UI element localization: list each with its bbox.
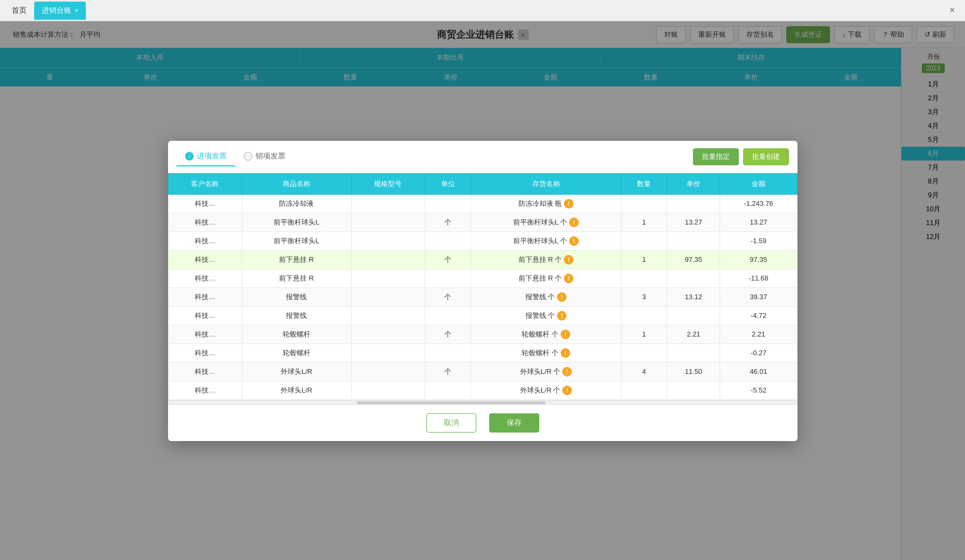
stock-name-text: 前下悬挂 R 个 [519, 255, 562, 263]
warning-icon: ! [562, 367, 572, 377]
table-row[interactable]: 科技…外球头L/R个外球头L/R 个!411.5046.01 [168, 362, 797, 381]
table-header-row: 客户名称 商品名称 规格型号 单位 存货名称 数量 单价 金额 [168, 173, 797, 194]
cancel-button[interactable]: 取消 [426, 413, 476, 433]
table-row[interactable]: 科技…轮毂螺杆轮毂螺杆 个!-0.27 [168, 343, 797, 362]
stock-name-text: 外球头L/R 个 [520, 386, 561, 394]
table-row[interactable]: 科技…前平衡杆球头L个前平衡杆球头L 个!113.2713.27 [168, 213, 797, 231]
tab-bar: 首页 进销台账 × × [0, 0, 965, 21]
col-spec: 规格型号 [351, 173, 425, 194]
horizontal-scrollbar[interactable] [168, 400, 797, 404]
table-row[interactable]: 科技…前下悬挂 R个前下悬挂 R 个!197.3597.35 [168, 250, 797, 269]
col-product-name: 商品名称 [242, 173, 351, 194]
table-row[interactable]: 科技…防冻冷却液防冻冷却液 瓶!-1,243.76 [168, 194, 797, 213]
scrollbar-thumb [357, 401, 546, 404]
warning-icon: ! [562, 386, 572, 395]
modal-table-body: 科技…防冻冷却液防冻冷却液 瓶!-1,243.76科技…前平衡杆球头L个前平衡杆… [168, 194, 797, 399]
stock-name-text: 前下悬挂 R 个 [519, 274, 562, 282]
warning-icon: ! [557, 292, 567, 302]
warning-icon: ! [569, 218, 579, 227]
tab-ledger-label: 进销台账 [42, 6, 71, 15]
table-row[interactable]: 科技…报警线个报警线 个!313.1239.37 [168, 287, 797, 306]
table-row[interactable]: 科技…前平衡杆球头L前平衡杆球头L 个!-1.59 [168, 231, 797, 250]
batch-create-button[interactable]: 批量创建 [743, 148, 789, 165]
stock-name-text: 外球头L/R 个 [520, 367, 561, 375]
tab-close-button[interactable]: × [75, 7, 78, 14]
warning-icon: ! [561, 348, 570, 358]
stock-name-text: 前平衡杆球头L 个 [513, 218, 567, 226]
stock-name-text: 报警线 个 [525, 311, 555, 319]
modal-table-wrap[interactable]: 客户名称 商品名称 规格型号 单位 存货名称 数量 单价 金额 科技…防冻冷却液… [168, 173, 797, 400]
warning-icon: ! [564, 274, 573, 283]
warning-icon: ! [564, 255, 573, 265]
warning-icon: ! [569, 236, 579, 246]
stock-name-text: 防冻冷却液 瓶 [519, 199, 562, 207]
col-unit: 单位 [425, 173, 471, 194]
output-invoice-icon: □ [244, 152, 252, 161]
table-row[interactable]: 科技…外球头L/R外球头L/R 个!-5.52 [168, 381, 797, 399]
modal-header: ↓ 进项发票 □ 销项发票 批量指定 批量创建 × [168, 141, 797, 173]
table-row[interactable]: 科技…轮毂螺杆个轮毂螺杆 个!12.212.21 [168, 325, 797, 343]
warning-icon: ! [557, 311, 567, 321]
batch-assign-button[interactable]: 批量指定 [693, 148, 739, 165]
col-qty: 数量 [621, 173, 667, 194]
save-button[interactable]: 保存 [489, 413, 539, 433]
tab-input-invoice[interactable]: ↓ 进项发票 [177, 147, 235, 166]
modal-close-button[interactable]: × [784, 147, 790, 158]
table-row[interactable]: 科技…前下悬挂 R前下悬挂 R 个!-11.68 [168, 269, 797, 287]
modal-dialog: ↓ 进项发票 □ 销项发票 批量指定 批量创建 × 客户 [168, 141, 797, 441]
app-close-button[interactable]: × [944, 2, 961, 19]
stock-name-text: 轮毂螺杆 个 [522, 349, 559, 357]
main-area: 销售成本计算方法： 月平均 商贸企业进销台账 ≡ 对账 重新开账 存货别名 生成… [0, 21, 965, 560]
input-invoice-label: 进项发票 [197, 151, 227, 161]
stock-name-text: 前平衡杆球头L 个 [513, 237, 567, 245]
output-invoice-label: 销项发票 [256, 151, 285, 161]
stock-name-text: 轮毂螺杆 个 [522, 330, 559, 338]
modal-table: 客户名称 商品名称 规格型号 单位 存货名称 数量 单价 金额 科技…防冻冷却液… [168, 173, 797, 400]
tab-output-invoice[interactable]: □ 销项发票 [235, 147, 294, 166]
table-row[interactable]: 科技…报警线报警线 个!-4.72 [168, 306, 797, 325]
tab-ledger[interactable]: 进销台账 × [34, 2, 86, 20]
modal-header-actions: 批量指定 批量创建 [693, 148, 789, 165]
modal-footer: 取消 保存 [168, 404, 797, 441]
stock-name-text: 报警线 个 [525, 293, 555, 301]
modal-overlay: ↓ 进项发票 □ 销项发票 批量指定 批量创建 × 客户 [0, 21, 965, 560]
col-customer: 客户名称 [168, 173, 242, 194]
col-price: 单价 [667, 173, 720, 194]
col-amount: 金额 [720, 173, 797, 194]
warning-icon: ! [564, 199, 573, 209]
warning-icon: ! [561, 330, 570, 339]
tab-home[interactable]: 首页 [4, 2, 34, 20]
input-invoice-icon: ↓ [185, 152, 194, 161]
col-stock-name: 存货名称 [471, 173, 621, 194]
